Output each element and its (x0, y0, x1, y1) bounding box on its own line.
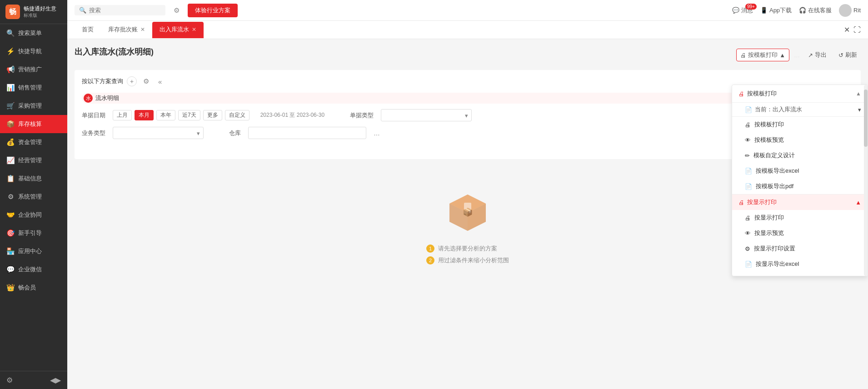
warehouse-more-icon[interactable]: … (374, 130, 380, 137)
sales-icon: 📊 (6, 84, 15, 92)
export-pdf-template-label: 按模板导出pdf (756, 182, 793, 190)
dropdown-preview-template[interactable]: 👁 按模板预览 (732, 132, 868, 148)
cooperation-icon: 🤝 (6, 211, 15, 219)
print-display-label: 按显示打印 (754, 214, 784, 222)
sidebar-item-label: 畅会员 (18, 284, 36, 292)
printer-header-icon: 🖨 (738, 90, 744, 97)
preview-template-icon: 👁 (745, 137, 751, 144)
sidebar-item-search[interactable]: 🔍 搜索菜单 (0, 24, 67, 42)
logo-icon: 畅 (5, 5, 20, 19)
export-icon: ↗ (808, 52, 813, 59)
maximize-button[interactable]: ⛶ (853, 26, 861, 34)
app-download-button[interactable]: 📱 App下载 (760, 6, 792, 15)
dropdown-title: 按模板打印 (747, 90, 777, 98)
dropdown-display-header[interactable]: 🖨 按显示打印 ▲ (732, 194, 868, 210)
export-button[interactable]: ↗ 导出 (804, 49, 830, 61)
refresh-button[interactable]: ↺ 刷新 (835, 49, 861, 61)
topbar: 🔍 ⚙ 体验行业方案 💬 消息 99+ 📱 App下载 🎧 在线客服 Rit (67, 0, 868, 21)
date-btn-more[interactable]: 更多 (203, 110, 222, 120)
tab-batch-account[interactable]: 库存批次账 ✕ (101, 22, 152, 38)
search-box[interactable]: 🔍 (75, 5, 165, 15)
dropdown-scrollable: 🖨 按模板打印 ▲ 📄 当前：出入库流水 ▾ 🖨 按模板打印 (732, 85, 868, 276)
filter-collapse-left-button[interactable]: « (155, 78, 165, 85)
dropdown-print-settings-display[interactable]: ⚙ 按显示打印设置 (732, 241, 868, 256)
sidebar-item-guide[interactable]: 🎯 新手引导 (0, 224, 67, 242)
sidebar-item-basic[interactable]: 📋 基础信息 (0, 170, 67, 188)
dropdown-template-header[interactable]: 🖨 按模板打印 ▲ (732, 85, 868, 103)
sidebar-item-label: 采购管理 (18, 102, 42, 110)
settings-gear-icon[interactable]: ⚙ (6, 376, 13, 384)
tab-home[interactable]: 首页 (75, 22, 101, 38)
sidebar-item-operation[interactable]: 📈 经营管理 (0, 151, 67, 170)
dropdown-custom-template[interactable]: ✏ 模板自定义设计 (732, 148, 868, 163)
dropdown-scrollbar-thumb (864, 90, 868, 147)
tag-icon: 水 (84, 94, 93, 103)
sidebar-item-purchase[interactable]: 🛒 采购管理 (0, 97, 67, 115)
sidebar-item-quick-nav[interactable]: ⚡ 快捷导航 (0, 42, 67, 60)
sidebar-item-finance[interactable]: 💰 资金管理 (0, 133, 67, 151)
display-printer-icon: 🖨 (738, 199, 744, 206)
export-excel-display-icon: 📄 (745, 261, 752, 268)
date-filter-label: 单据日期 (82, 111, 105, 120)
filter-settings-button[interactable]: ⚙ (140, 77, 152, 85)
operation-icon: 📈 (6, 156, 15, 165)
tab-inout-flow-close[interactable]: ✕ (192, 26, 196, 33)
refresh-icon: ↺ (838, 52, 843, 59)
sidebar-collapse-icon[interactable]: ◀▶ (50, 376, 61, 384)
sidebar-item-appcenter[interactable]: 🏪 应用中心 (0, 242, 67, 260)
date-btn-this-month[interactable]: 本月 (135, 110, 154, 120)
search-icon: 🔍 (6, 29, 15, 37)
dropdown-print-display[interactable]: 🖨 按显示打印 (732, 210, 868, 225)
purchase-icon: 🛒 (6, 102, 15, 110)
dropdown-scrollbar[interactable] (864, 85, 868, 276)
dropdown-print-template[interactable]: 🖨 按模板打印 (732, 117, 868, 132)
inventory-icon: 📦 (6, 120, 15, 128)
dropdown-export-pdf-template[interactable]: 📄 按模板导出pdf (732, 179, 868, 194)
dropdown-export-pdf-display[interactable]: 📄 按显示导出pdf (732, 272, 868, 276)
sidebar-item-system[interactable]: ⚙ 系统管理 (0, 188, 67, 206)
dropdown-export-excel-display[interactable]: 📄 按显示导出excel (732, 256, 868, 272)
doc-type-select[interactable] (381, 109, 472, 121)
sidebar-logo: 畅 畅捷通好生意 标准版 (0, 0, 67, 24)
page-toolbar: 🖨 按模板打印 ▲ … ↗ 导出 ↺ 刷新 (736, 49, 861, 61)
date-btn-7days[interactable]: 近7天 (178, 110, 200, 120)
sidebar-item-member[interactable]: 👑 畅会员 (0, 279, 67, 297)
page-title: 出入库流水(流水明细) (75, 46, 154, 57)
dropdown-current-template[interactable]: 📄 当前：出入库流水 ▾ (732, 103, 868, 116)
printer-icon: 🖨 (740, 52, 746, 59)
date-btn-custom[interactable]: 自定义 (225, 110, 249, 120)
sidebar-item-inventory[interactable]: 📦 库存核算 (0, 115, 67, 133)
topbar-settings-icon[interactable]: ⚙ (171, 6, 182, 15)
dropdown-export-excel-template[interactable]: 📄 按模板导出excel (732, 163, 868, 179)
sidebar-item-sales[interactable]: 📊 销售管理 (0, 79, 67, 97)
logo-sub: 标准版 (24, 12, 56, 19)
sidebar-item-cooperation[interactable]: 🤝 企业协同 (0, 206, 67, 224)
message-icon: 💬 (732, 7, 739, 14)
tab-batch-account-close[interactable]: ✕ (140, 26, 145, 33)
message-button[interactable]: 💬 消息 99+ (732, 6, 753, 15)
search-input[interactable] (89, 7, 153, 14)
finance-icon: 💰 (6, 138, 15, 146)
quick-nav-icon: ⚡ (6, 47, 15, 55)
date-btn-this-year[interactable]: 本年 (156, 110, 175, 120)
appcenter-icon: 🏪 (6, 247, 15, 255)
close-all-tabs-button[interactable]: ✕ (844, 25, 850, 34)
sidebar-item-label: 资金管理 (18, 138, 42, 146)
biztype-select[interactable] (113, 127, 204, 139)
empty-tip-2: 2 用过滤条件来缩小分析范围 (426, 254, 509, 266)
tab-home-label: 首页 (82, 25, 94, 34)
tab-inout-flow[interactable]: 出入库流水 ✕ (152, 22, 204, 38)
export-excel-template-icon: 📄 (745, 168, 752, 175)
preview-template-label: 按模板预览 (754, 136, 784, 144)
warehouse-input[interactable] (248, 127, 366, 139)
industry-solution-button[interactable]: 体验行业方案 (188, 4, 238, 17)
dropdown-preview-display[interactable]: 👁 按显示预览 (732, 225, 868, 241)
template-print-button[interactable]: 🖨 按模板打印 ▲ (736, 49, 789, 61)
date-btn-last-month[interactable]: 上月 (113, 110, 132, 120)
sidebar-item-wecom[interactable]: 💬 企业微信 (0, 260, 67, 279)
filter-add-button[interactable]: + (127, 76, 137, 86)
svg-text:📦: 📦 (463, 207, 473, 217)
sidebar-item-marketing[interactable]: 📢 营销推广 (0, 60, 67, 79)
user-avatar-area[interactable]: Rit (839, 4, 861, 17)
online-service-button[interactable]: 🎧 在线客服 (799, 6, 832, 15)
